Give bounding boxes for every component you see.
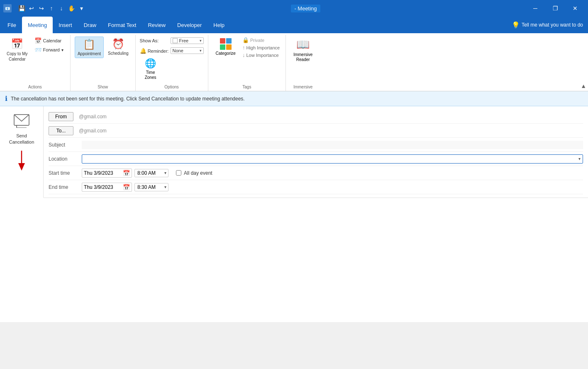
menu-file[interactable]: File xyxy=(2,17,22,33)
to-field xyxy=(77,127,583,135)
ribbon: 📅 Copy to My Calendar 📅 Calendar 📨 Forwa… xyxy=(0,33,588,91)
location-select[interactable] xyxy=(82,154,583,164)
menu-developer[interactable]: Developer xyxy=(171,17,207,33)
ribbon-collapse-button[interactable]: ▲ xyxy=(579,35,588,91)
start-time-select[interactable]: 8:00 AM 8:30 AM 9:00 AM 9:30 AM 10:00 AM xyxy=(135,169,168,177)
info-message: The cancellation has not been sent for t… xyxy=(11,96,245,102)
immersive-reader-label: ImmersiveReader xyxy=(293,52,312,62)
menu-review[interactable]: Review xyxy=(142,17,171,33)
immersive-reader-button[interactable]: 📖 ImmersiveReader xyxy=(290,37,316,64)
all-day-label[interactable]: All day event xyxy=(184,170,212,176)
to-row: To... xyxy=(49,124,583,138)
minimize-button[interactable]: ─ xyxy=(526,0,545,17)
color-yellow xyxy=(226,44,232,50)
info-icon: ℹ xyxy=(5,95,7,103)
ribbon-group-immersive: 📖 ImmersiveReader Immersive xyxy=(286,35,320,91)
end-time-select[interactable]: 8:30 AM 9:00 AM 9:30 AM 10:00 AM xyxy=(135,183,168,191)
color-grid xyxy=(220,38,232,50)
ribbon-group-actions: 📅 Copy to My Calendar 📅 Calendar 📨 Forwa… xyxy=(0,35,71,91)
tell-me-area[interactable]: 💡 Tell me what you want to do xyxy=(508,17,586,33)
form-area: From To... Subject Locatio xyxy=(44,106,588,198)
high-importance-button[interactable]: ↑ High Importance xyxy=(241,44,281,51)
down-button[interactable]: ↓ xyxy=(57,4,66,12)
time-zones-label: TimeZones xyxy=(145,70,156,80)
high-importance-icon: ↑ xyxy=(242,44,245,51)
body-input[interactable] xyxy=(47,201,585,318)
up-button[interactable]: ↑ xyxy=(47,4,56,12)
undo-button[interactable]: ↩ xyxy=(27,4,36,12)
globe-icon: 🌐 xyxy=(145,58,156,69)
start-time-label: Start time xyxy=(49,170,82,176)
actions-group-label: Actions xyxy=(2,83,68,91)
end-calendar-icon[interactable]: 📅 xyxy=(123,184,130,191)
from-input[interactable] xyxy=(77,112,583,121)
subject-row: Subject xyxy=(49,138,583,152)
reminder-value: None xyxy=(173,48,183,53)
to-input[interactable] xyxy=(77,127,583,135)
end-date-input[interactable] xyxy=(84,184,121,190)
start-datetime-row: 📅 8:00 AM 8:30 AM 9:00 AM 9:30 AM 10:00 … xyxy=(82,169,212,178)
ribbon-group-show: 📋 Appointment ⏰ Scheduling Show xyxy=(71,35,136,91)
body-area[interactable] xyxy=(44,198,588,322)
calendar-small-button[interactable]: 📅 Calendar xyxy=(32,37,66,45)
menu-insert[interactable]: Insert xyxy=(53,17,78,33)
start-calendar-icon[interactable]: 📅 xyxy=(123,170,130,176)
qs-dropdown-button[interactable]: ▾ xyxy=(77,4,85,12)
to-button[interactable]: To... xyxy=(49,126,73,135)
ribbon-group-tags: Categorize 🔒 Private ↑ High Importance ↓… xyxy=(208,35,286,91)
tags-group-label: Tags xyxy=(211,83,283,91)
window-title: - Meeting xyxy=(85,5,526,12)
end-time-wrapper: 8:30 AM 9:00 AM 9:30 AM 10:00 AM ▾ xyxy=(134,183,168,191)
scheduling-icon: ⏰ xyxy=(112,38,124,50)
ribbon-group-options: Show As: Free ▾ 🔔 Reminder: None ▾ xyxy=(136,35,208,91)
menu-format-text[interactable]: Format Text xyxy=(102,17,142,33)
location-row: Location ▾ xyxy=(49,152,583,166)
close-button[interactable]: ✕ xyxy=(566,0,585,17)
scheduling-label: Scheduling xyxy=(108,51,128,56)
time-zones-button[interactable]: 🌐 TimeZones xyxy=(142,56,160,82)
color-blue xyxy=(226,38,232,44)
show-content: 📋 Appointment ⏰ Scheduling xyxy=(73,35,133,83)
show-as-select[interactable]: Free ▾ xyxy=(171,37,204,44)
menu-draw[interactable]: Draw xyxy=(78,17,102,33)
start-time-row: Start time 📅 8:00 AM 8:30 AM 9:00 AM 9:3… xyxy=(49,166,583,180)
info-bar: ℹ The cancellation has not been sent for… xyxy=(0,91,588,106)
options-group-label: Options xyxy=(138,83,205,91)
show-as-value: Free xyxy=(179,38,189,43)
from-button[interactable]: From xyxy=(49,112,73,121)
appointment-label: Appointment xyxy=(78,51,101,56)
menu-meeting[interactable]: Meeting xyxy=(22,17,53,33)
app-icon: 📧 xyxy=(3,4,12,12)
copy-to-calendar-button[interactable]: 📅 Copy to My Calendar xyxy=(4,37,30,64)
title-bar: 📧 💾 ↩ ↪ ↑ ↓ ✋ ▾ - Meeting ─ ❐ ✕ xyxy=(0,0,588,17)
from-field xyxy=(77,112,583,121)
private-row: 🔒 Private xyxy=(241,37,281,44)
send-cancellation-label: Send Cancellation xyxy=(9,133,34,146)
tell-me-text[interactable]: Tell me what you want to do xyxy=(522,22,583,28)
touch-button[interactable]: ✋ xyxy=(67,4,76,12)
categorize-button[interactable]: Categorize xyxy=(212,37,239,57)
forward-dropdown-icon: ▾ xyxy=(61,48,63,52)
show-as-arrow-icon: ▾ xyxy=(200,39,202,43)
start-date-input[interactable] xyxy=(84,170,121,176)
reminder-select[interactable]: None ▾ xyxy=(171,47,204,54)
window-controls: ─ ❐ ✕ xyxy=(526,0,585,17)
send-cancellation-button[interactable]: Send Cancellation xyxy=(7,111,37,148)
options-content: Show As: Free ▾ 🔔 Reminder: None ▾ xyxy=(138,35,205,56)
scheduling-button[interactable]: ⏰ Scheduling xyxy=(105,37,131,57)
save-qs-button[interactable]: 💾 xyxy=(17,4,26,12)
low-importance-button[interactable]: ↓ Low Importance xyxy=(241,51,281,59)
categorize-label: Categorize xyxy=(216,51,236,56)
forward-label: Forward xyxy=(43,47,60,52)
all-day-checkbox[interactable] xyxy=(176,170,181,176)
menu-help[interactable]: Help xyxy=(207,17,230,33)
tags-col: 🔒 Private ↑ High Importance ↓ Low Import… xyxy=(241,37,281,59)
forward-button[interactable]: 📨 Forward ▾ xyxy=(32,46,66,54)
appointment-button[interactable]: 📋 Appointment xyxy=(75,37,104,58)
from-row: From xyxy=(49,110,583,124)
redo-button[interactable]: ↪ xyxy=(37,4,46,12)
low-importance-label: Low Importance xyxy=(246,53,278,58)
location-label: Location xyxy=(49,156,82,162)
restore-button[interactable]: ❐ xyxy=(546,0,565,17)
subject-input[interactable] xyxy=(82,141,583,149)
